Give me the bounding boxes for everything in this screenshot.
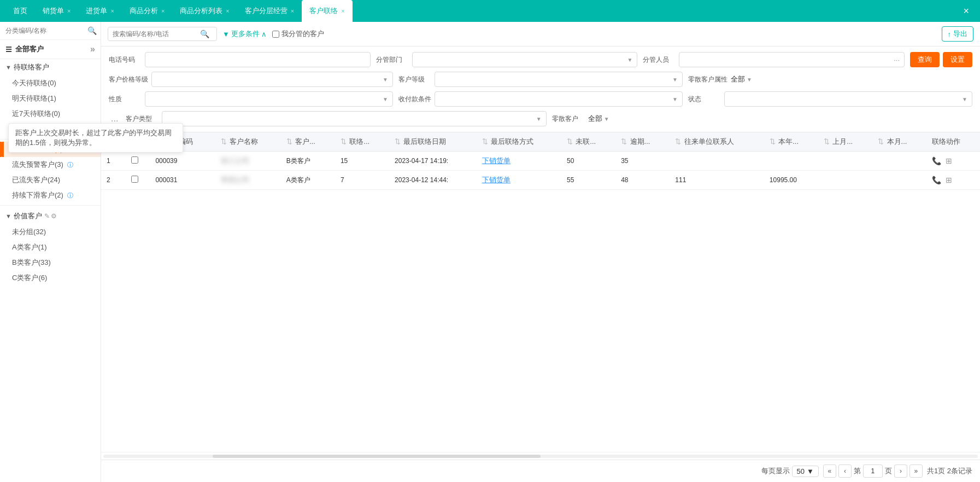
- retail-attr-select[interactable]: 全部 ▼: [731, 74, 752, 84]
- value-group-settings-icon[interactable]: ⚙: [51, 212, 57, 220]
- nav-sales-order[interactable]: 销货单 ×: [35, 0, 78, 22]
- close-product-analysis-list-icon[interactable]: ×: [226, 8, 229, 14]
- col-year-sort-icon[interactable]: ⇅: [770, 137, 776, 146]
- nav-home[interactable]: 首页: [5, 0, 35, 22]
- contact-method-link-2[interactable]: 下销货单: [482, 176, 510, 184]
- customer-level-select[interactable]: ▼: [435, 72, 683, 87]
- col-unlink-days: ⇅ 未联...: [561, 132, 615, 152]
- sidebar-item-declining[interactable]: 持续下滑客户(2) ⓘ: [0, 188, 101, 203]
- col-date-sort-icon[interactable]: ⇅: [395, 137, 401, 146]
- cell-contacts-1: [670, 152, 764, 171]
- sidebar-collapse-icon[interactable]: »: [90, 44, 95, 54]
- close-product-analysis-icon[interactable]: ×: [161, 8, 165, 14]
- nav-customer-tier[interactable]: 客户分层经营 ×: [237, 0, 302, 22]
- total-records-label: 共1页 2条记录: [927, 466, 972, 476]
- cell-lmonth-1: [818, 152, 872, 171]
- first-page-button[interactable]: «: [823, 464, 836, 478]
- col-tmonth-sort-icon[interactable]: ⇅: [878, 137, 884, 146]
- filter-buttons: 查询 设置: [910, 52, 972, 67]
- col-this-month: ⇅ 本月...: [872, 132, 926, 152]
- customer-type-select[interactable]: ▼: [162, 111, 546, 126]
- sidebar-item-tomorrow-pending[interactable]: 明天待联络(1): [0, 91, 101, 106]
- sidebar-search-icon[interactable]: 🔍: [87, 26, 97, 35]
- table-row: 2 000031 李四公司 A类客户 7 2023-04-12 14:44: 下…: [101, 171, 980, 190]
- settings-button[interactable]: 设置: [943, 52, 972, 67]
- more-options-icon[interactable]: ...: [109, 114, 120, 124]
- price-level-select[interactable]: ▼: [151, 72, 393, 87]
- col-contact-sort-icon[interactable]: ⇅: [341, 137, 347, 146]
- my-customers-checkbox[interactable]: [272, 31, 279, 38]
- col-contacts-sort-icon[interactable]: ⇅: [675, 137, 681, 146]
- pending-contact-group[interactable]: ▼ 待联络客户: [0, 59, 101, 76]
- filter-price-level: 客户价格等级 ▼: [109, 72, 393, 87]
- phone-action-icon-1[interactable]: 📞: [932, 156, 941, 165]
- info-icon-churn[interactable]: ⓘ: [67, 161, 73, 168]
- cell-year-1: [764, 152, 818, 171]
- col-method-sort-icon[interactable]: ⇅: [482, 137, 488, 146]
- pagination-nav: « ‹ 第 页 › »: [823, 464, 923, 478]
- dept-select[interactable]: ▼: [412, 52, 638, 67]
- contact-method-link-1[interactable]: 下销货单: [482, 156, 510, 165]
- price-level-arrow-icon: ▼: [383, 77, 388, 83]
- more-action-icon-2[interactable]: ⊞: [946, 176, 952, 184]
- cell-date-1: 2023-04-17 14:19:: [389, 152, 477, 171]
- more-action-icon-1[interactable]: ⊞: [946, 156, 952, 165]
- cell-index-2: 2: [101, 171, 126, 190]
- sidebar-item-class-c[interactable]: C类客户(6): [0, 270, 101, 286]
- sidebar-item-today-pending[interactable]: 今天待联络(0): [0, 76, 101, 91]
- nav-product-analysis-list[interactable]: 商品分析列表 ×: [172, 0, 237, 22]
- cell-index-1: 1: [101, 152, 126, 171]
- sidebar-item-class-a[interactable]: A类客户(1): [0, 240, 101, 255]
- main-search-input[interactable]: [113, 30, 200, 38]
- value-customers-group[interactable]: ▼ 价值客户 ✎ ⚙: [0, 208, 101, 224]
- close-sales-order-icon[interactable]: ×: [67, 8, 71, 14]
- nav-customer-contact[interactable]: 客户联络 ×: [302, 0, 352, 22]
- scroll-thumb[interactable]: [213, 455, 541, 458]
- close-customer-tier-icon[interactable]: ×: [291, 8, 294, 14]
- phone-action-icon-2[interactable]: 📞: [932, 176, 941, 184]
- filter-gender: 性质 ▼: [109, 91, 393, 107]
- sidebar-item-churn-warning[interactable]: 流失预警客户(3) ⓘ: [0, 157, 101, 172]
- col-unlink-sort-icon[interactable]: ⇅: [567, 137, 573, 146]
- nav-product-analysis[interactable]: 商品分析 ×: [122, 0, 172, 22]
- person-select[interactable]: ···: [679, 52, 905, 67]
- query-button[interactable]: 查询: [910, 52, 940, 67]
- category-search-input[interactable]: [5, 27, 87, 34]
- cell-actions-2: 📞 ⊞: [926, 171, 980, 190]
- last-page-button[interactable]: »: [909, 464, 923, 478]
- col-overdue-sort-icon[interactable]: ⇅: [621, 137, 627, 146]
- horizontal-scrollbar[interactable]: [101, 452, 980, 460]
- more-filters-button[interactable]: ▼ 更多条件 ∧: [222, 29, 267, 39]
- cell-unlink-1: 50: [561, 152, 615, 171]
- close-customer-contact-icon[interactable]: ×: [341, 8, 344, 14]
- row-checkbox-1[interactable]: [131, 156, 138, 164]
- prev-page-button[interactable]: ‹: [838, 464, 852, 478]
- main-search-icon[interactable]: 🔍: [200, 30, 209, 38]
- action-icons-2: 📞 ⊞: [932, 176, 975, 184]
- phone-input[interactable]: [145, 52, 371, 67]
- status-select[interactable]: ▼: [724, 91, 972, 107]
- col-type-sort-icon[interactable]: ⇅: [286, 137, 292, 146]
- col-lmonth-sort-icon[interactable]: ⇅: [824, 137, 830, 146]
- value-group-edit-icon[interactable]: ✎: [44, 212, 50, 220]
- window-close-icon[interactable]: ×: [958, 5, 975, 17]
- next-page-button[interactable]: ›: [894, 464, 907, 478]
- sidebar-item-ungrouped[interactable]: 未分组(32): [0, 224, 101, 240]
- col-name-sort-icon[interactable]: ⇅: [221, 137, 227, 146]
- col-actions: 联络动作: [926, 132, 980, 152]
- page-number-input[interactable]: [863, 464, 883, 478]
- retail-customer-select[interactable]: 全部 ▼: [588, 114, 609, 124]
- row-checkbox-2[interactable]: [131, 176, 138, 183]
- export-button[interactable]: ↑ 导出: [942, 26, 974, 42]
- sidebar-item-churned[interactable]: 已流失客户(24): [0, 172, 101, 188]
- gender-select[interactable]: ▼: [145, 91, 393, 107]
- close-purchase-order-icon[interactable]: ×: [110, 8, 114, 14]
- cell-contact-1: 15: [335, 152, 389, 171]
- payment-select[interactable]: ▼: [435, 91, 683, 107]
- cell-code-2: 000031: [150, 171, 215, 190]
- page-size-dropdown[interactable]: 50 ▼: [792, 466, 819, 477]
- sidebar-item-class-b[interactable]: B类客户(33): [0, 255, 101, 270]
- nav-purchase-order[interactable]: 进货单 ×: [78, 0, 121, 22]
- info-icon-declining[interactable]: ⓘ: [67, 192, 73, 199]
- sidebar-item-7day-pending[interactable]: 近7天待联络(0): [0, 106, 101, 121]
